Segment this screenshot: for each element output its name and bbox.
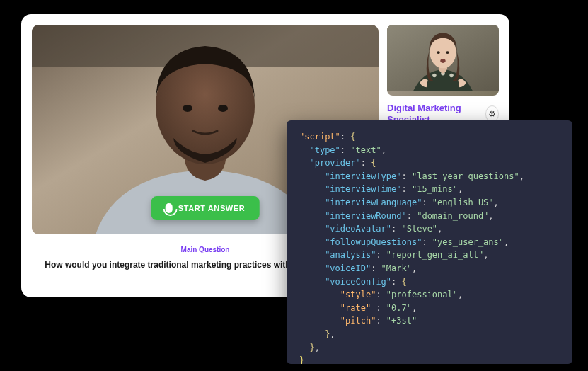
svg-point-3: [183, 105, 192, 112]
start-answer-button[interactable]: START ANSWER: [151, 196, 260, 220]
start-answer-label: START ANSWER: [178, 204, 246, 212]
mic-icon: [166, 203, 173, 213]
svg-point-6: [432, 74, 437, 78]
svg-point-4: [218, 105, 228, 112]
svg-point-10: [437, 51, 440, 54]
settings-button[interactable]: ⚙: [485, 105, 499, 122]
svg-point-8: [449, 74, 454, 78]
code-panel: "script": { "type": "text", "provider": …: [287, 120, 572, 364]
gear-icon: ⚙: [488, 109, 496, 119]
svg-point-12: [440, 59, 445, 63]
svg-point-11: [446, 51, 449, 54]
interviewer-avatar: [387, 25, 499, 91]
interviewer-video: [387, 25, 499, 96]
